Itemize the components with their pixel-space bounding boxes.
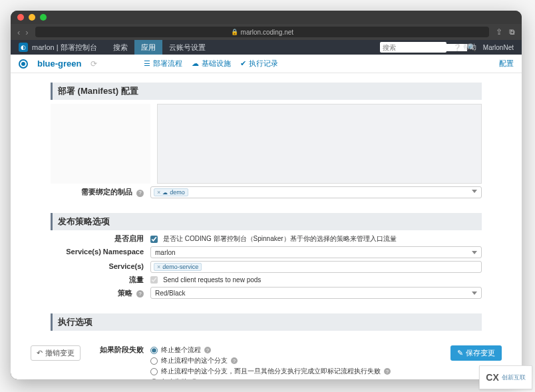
- cloud-icon: ☁: [162, 190, 168, 196]
- help-label: 帮助: [463, 43, 476, 52]
- help-tooltip-icon[interactable]: ?: [384, 368, 391, 375]
- help-icon: ❔: [453, 44, 461, 51]
- manifest-preview-left: [51, 104, 150, 184]
- strategy-label: 策略 ?: [51, 289, 150, 297]
- radio-option[interactable]: 终止流程中的这个分支 ?: [150, 356, 482, 365]
- chevron-down-icon: [472, 190, 477, 193]
- radio-option[interactable]: 终止流程中的这个分支，而且一旦其他分支执行完成立即标记流程执行失败 ?: [150, 367, 482, 376]
- enable-label: 是否启用: [51, 234, 150, 243]
- artifact-select[interactable]: × ☁ demo: [150, 186, 482, 198]
- list-icon: ☰: [144, 59, 150, 68]
- watermark-text: 创新互联: [502, 373, 526, 382]
- subnav-tab-pipeline[interactable]: ☰ 部署流程: [144, 59, 182, 69]
- nav-forward-icon[interactable]: ›: [25, 27, 28, 37]
- chip-label: demo-service: [162, 264, 198, 270]
- namespace-select[interactable]: marlon: [150, 246, 482, 258]
- close-window-icon[interactable]: [17, 14, 24, 21]
- services-select[interactable]: × demo-service: [150, 261, 482, 273]
- subnav-tab-exec-history[interactable]: ✔ 执行记录: [240, 59, 278, 69]
- radio-label: 忽略失败: [161, 377, 188, 379]
- lock-icon: 🔒: [231, 29, 238, 35]
- help-tooltip-icon[interactable]: ?: [204, 347, 211, 353]
- cloud-icon: ☁: [192, 59, 199, 68]
- minimize-window-icon[interactable]: [29, 14, 35, 21]
- refresh-icon[interactable]: ⟳: [90, 59, 97, 69]
- undo-icon: ↶: [37, 349, 43, 357]
- chevron-down-icon: [472, 292, 477, 295]
- pipeline-name[interactable]: blue-green: [37, 59, 81, 69]
- enable-checkbox[interactable]: [150, 236, 158, 243]
- radio-label: 终止流程中的这个分支: [161, 356, 228, 365]
- browser-toolbar: ‹ › 🔒 marlon.coding.net ↻ ⇪ ⧉: [11, 24, 522, 40]
- artifact-chip[interactable]: × ☁ demo: [154, 188, 188, 196]
- traffic-checkbox: [150, 276, 158, 284]
- check-icon: ✔: [240, 59, 246, 68]
- topbar-tab-search[interactable]: 搜索: [106, 40, 134, 55]
- fullscreen-window-icon[interactable]: [40, 14, 47, 21]
- strategy-value: Red/Black: [155, 290, 186, 297]
- radio-option[interactable]: 忽略失败 ?: [150, 377, 482, 379]
- if-fail-radio-group: 终止整个流程 ? 终止流程中的这个分支 ? 终止流程中的这个分支，而且一旦其他分…: [150, 345, 482, 379]
- section-header-deploy-manifest: 部署 (Manifest) 配置: [51, 83, 482, 100]
- topbar-tab-apps[interactable]: 应用: [134, 40, 162, 55]
- chip-label: demo: [170, 189, 185, 196]
- radio-input[interactable]: [150, 379, 158, 379]
- pipeline-subnav: blue-green ⟳ ☰ 部署流程 ☁ 基础设施 ✔ 执行记录 配置: [11, 55, 522, 73]
- reload-icon[interactable]: ↻: [510, 29, 515, 36]
- help-tooltip-icon[interactable]: ?: [136, 190, 144, 197]
- traffic-desc: Send client requests to new pods: [163, 276, 261, 284]
- save-button[interactable]: ✎ 保存变更: [450, 345, 502, 361]
- url-text: marlon.coding.net: [241, 29, 294, 36]
- help-tooltip-icon[interactable]: ?: [136, 290, 144, 297]
- services-label: Service(s): [51, 262, 150, 271]
- manifest-preview-right[interactable]: [157, 104, 482, 184]
- global-search-input[interactable]: 🔍: [380, 42, 446, 53]
- watermark-badge: CX 创新互联: [479, 365, 532, 389]
- help-tooltip-icon[interactable]: ?: [231, 357, 238, 364]
- radio-input[interactable]: [150, 347, 158, 354]
- section-header-release-strategy: 发布策略选项: [51, 213, 482, 230]
- radio-input[interactable]: [150, 368, 158, 375]
- subnav-tab-label: 基础设施: [202, 59, 231, 69]
- traffic-label: 流量: [51, 276, 150, 284]
- radio-option[interactable]: 终止整个流程 ?: [150, 345, 482, 355]
- share-icon[interactable]: ⇪: [496, 27, 502, 37]
- artifact-label: 需要绑定的制品 ?: [51, 188, 150, 196]
- namespace-value: marlon: [155, 249, 176, 256]
- app-logo-icon: ◐: [19, 43, 28, 52]
- chip-remove-icon[interactable]: ×: [157, 264, 160, 270]
- section-header-exec-options: 执行选项: [51, 313, 482, 331]
- save-label: 保存变更: [466, 348, 495, 358]
- watermark-logo: CX: [486, 372, 498, 383]
- window-titlebar: [11, 11, 522, 24]
- app-topbar: ◐ marlon | 部署控制台 搜索 应用 云账号设置 🔍 ❔ 帮助 Marl…: [11, 40, 522, 55]
- app-title: marlon | 部署控制台: [32, 43, 97, 53]
- help-link[interactable]: ❔ 帮助: [453, 43, 476, 52]
- service-chip[interactable]: × demo-service: [154, 263, 202, 271]
- chevron-down-icon: [472, 251, 477, 254]
- discard-label: 撤销变更: [45, 348, 75, 358]
- strategy-select[interactable]: Red/Black: [150, 287, 482, 299]
- subnav-tab-label: 部署流程: [153, 59, 182, 69]
- radio-input[interactable]: [150, 357, 158, 365]
- enable-desc: 是否让 CODING 部署控制台（Spinnaker）基于你的选择的策略来管理入…: [163, 234, 397, 244]
- help-tooltip-icon[interactable]: ?: [191, 379, 198, 379]
- user-label[interactable]: MarlonNet: [483, 44, 514, 51]
- radio-label: 终止流程中的这个分支，而且一旦其他分支执行完成立即标记流程执行失败: [161, 367, 381, 376]
- pipeline-icon: [19, 59, 28, 69]
- discard-button[interactable]: ↶ 撤销变更: [31, 345, 81, 361]
- namespace-label: Service(s) Namespace: [51, 248, 150, 256]
- url-bar[interactable]: 🔒 marlon.coding.net ↻: [35, 27, 489, 37]
- subnav-tab-infra[interactable]: ☁ 基础设施: [192, 59, 231, 69]
- nav-back-icon[interactable]: ‹: [17, 27, 20, 37]
- topbar-tab-cloud-accounts[interactable]: 云账号设置: [162, 40, 212, 55]
- save-icon: ✎: [457, 349, 463, 357]
- chip-remove-icon[interactable]: ×: [157, 189, 160, 196]
- subnav-tab-label: 执行记录: [249, 59, 278, 69]
- config-link[interactable]: 配置: [499, 59, 514, 69]
- radio-label: 终止整个流程: [161, 345, 201, 355]
